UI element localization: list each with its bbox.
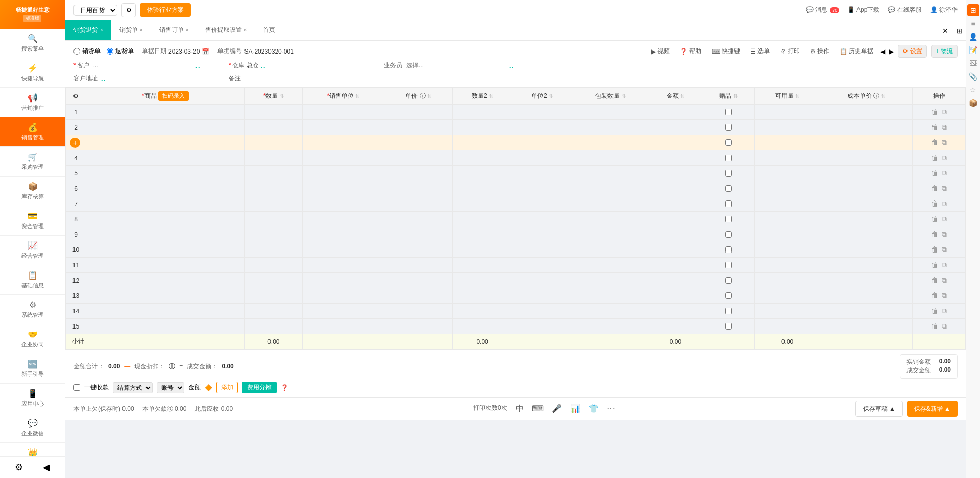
product-cell[interactable]: [86, 212, 245, 227]
user-name[interactable]: 👤 徐泽华: [930, 6, 958, 14]
pack-qty-cell[interactable]: [572, 212, 649, 227]
available-cell[interactable]: [755, 150, 820, 166]
amount-cell[interactable]: [649, 288, 702, 304]
qty2-cell[interactable]: [453, 150, 512, 166]
pack-qty-cell[interactable]: [572, 288, 649, 304]
copy-row-icon[interactable]: ⧉: [942, 138, 947, 146]
price-cell[interactable]: [384, 304, 453, 319]
tab-close-销货退货[interactable]: ×: [100, 27, 103, 33]
gift-cell[interactable]: [702, 212, 755, 227]
unit-cell[interactable]: [302, 258, 384, 273]
discount-info-icon[interactable]: ⓘ: [169, 362, 175, 371]
qty-cell[interactable]: [244, 166, 302, 181]
product-cell[interactable]: [86, 196, 245, 212]
add-row-button[interactable]: +: [70, 138, 80, 148]
input-method-icon[interactable]: 中: [516, 404, 524, 414]
unit-cell[interactable]: [302, 242, 384, 258]
settings-gear-button[interactable]: ⚙: [121, 3, 136, 17]
unit-cell[interactable]: [302, 181, 384, 196]
product-input[interactable]: [130, 261, 201, 269]
unit2-cell[interactable]: [512, 166, 572, 181]
tab-首页[interactable]: 首页: [255, 20, 283, 40]
copy-row-icon[interactable]: ⧉: [942, 322, 947, 330]
video-action[interactable]: ▶ 视频: [648, 46, 673, 57]
available-cell[interactable]: [755, 227, 820, 242]
unit-cell[interactable]: [302, 288, 384, 304]
available-cell[interactable]: [755, 181, 820, 196]
qty2-cell[interactable]: [453, 212, 512, 227]
tab-close-销售订单[interactable]: ×: [186, 27, 189, 33]
product-cell[interactable]: [86, 258, 245, 273]
gift-cell[interactable]: [702, 196, 755, 212]
message-button[interactable]: 💬 消息 70: [806, 6, 840, 14]
available-cell[interactable]: [755, 258, 820, 273]
onetime-payment-checkbox[interactable]: [74, 384, 80, 391]
gift-checkbox[interactable]: [725, 323, 732, 330]
qty-cell[interactable]: [244, 105, 302, 120]
gift-checkbox[interactable]: [725, 262, 732, 268]
product-cell[interactable]: [86, 319, 245, 334]
copy-row-icon[interactable]: ⧉: [942, 245, 947, 254]
product-input[interactable]: [130, 123, 201, 131]
unit-cell[interactable]: [302, 120, 384, 135]
cost-cell[interactable]: [820, 212, 913, 227]
qty2-cell[interactable]: [453, 120, 512, 135]
sidebar-item-快捷导航[interactable]: ⚡快捷导航: [0, 58, 65, 88]
available-cell[interactable]: [755, 288, 820, 304]
product-input[interactable]: [130, 154, 201, 162]
scan-button[interactable]: 扫码录入: [158, 91, 189, 101]
gift-cell[interactable]: [702, 258, 755, 273]
gift-cell[interactable]: [702, 319, 755, 334]
table-icon[interactable]: 📊: [570, 404, 580, 414]
unit-cell[interactable]: [302, 196, 384, 212]
available-cell[interactable]: [755, 196, 820, 212]
sidebar-item-应用中心[interactable]: 📱应用中心: [0, 384, 65, 413]
available-cell[interactable]: [755, 319, 820, 334]
tab-售价提取设置[interactable]: 售价提取设置×: [197, 20, 255, 40]
cost-cell[interactable]: [820, 181, 913, 196]
add-payment-icon[interactable]: 🔶: [205, 384, 212, 391]
copy-row-icon[interactable]: ⧉: [942, 291, 947, 299]
price-cell[interactable]: [384, 135, 453, 150]
sidebar-item-经营管理[interactable]: 📈经营管理: [0, 236, 65, 265]
unit-cell[interactable]: [302, 150, 384, 166]
gift-cell[interactable]: [702, 181, 755, 196]
cost-cell[interactable]: [820, 150, 913, 166]
cost-cell[interactable]: [820, 196, 913, 212]
available-cell[interactable]: [755, 304, 820, 319]
copy-row-icon[interactable]: ⧉: [942, 184, 947, 192]
unit2-cell[interactable]: [512, 181, 572, 196]
cost-cell[interactable]: [820, 273, 913, 288]
pack-qty-cell[interactable]: [572, 227, 649, 242]
gift-cell[interactable]: [702, 150, 755, 166]
fee-split-button[interactable]: 费用分摊: [242, 382, 277, 393]
tab-close-售价提取设置[interactable]: ×: [244, 27, 247, 33]
experience-button[interactable]: 体验行业方案: [140, 3, 191, 17]
salesperson-input[interactable]: [404, 61, 506, 70]
right-panel-star-icon[interactable]: ☆: [967, 84, 979, 96]
keyboard-icon[interactable]: ⌨: [532, 404, 544, 414]
pack-qty-cell[interactable]: [572, 105, 649, 120]
pack-qty-cell[interactable]: [572, 273, 649, 288]
cost-sort[interactable]: ⇅: [881, 93, 885, 99]
print-action[interactable]: 🖨 打印: [777, 46, 803, 57]
cost-cell[interactable]: [820, 166, 913, 181]
qty-cell[interactable]: [244, 242, 302, 258]
right-panel-grid-icon[interactable]: ⊞: [967, 4, 979, 16]
salesperson-picker[interactable]: ...: [508, 62, 513, 69]
gift-cell[interactable]: [702, 105, 755, 120]
product-input[interactable]: [130, 169, 201, 177]
sidebar-item-销售管理[interactable]: 💰销售管理: [0, 117, 65, 147]
tab-close-销货单[interactable]: ×: [140, 27, 143, 33]
unit2-cell[interactable]: [512, 273, 572, 288]
delete-row-icon[interactable]: 🗑: [931, 215, 938, 223]
qty-cell[interactable]: [244, 196, 302, 212]
gift-checkbox[interactable]: [725, 200, 732, 207]
tab-销售订单[interactable]: 销售订单×: [151, 20, 197, 40]
copy-row-icon[interactable]: ⧉: [942, 169, 947, 177]
copy-row-icon[interactable]: ⧉: [942, 261, 947, 269]
cost-cell[interactable]: [820, 120, 913, 135]
gift-checkbox[interactable]: [725, 277, 732, 284]
available-cell[interactable]: [755, 273, 820, 288]
amount-cell[interactable]: [649, 212, 702, 227]
